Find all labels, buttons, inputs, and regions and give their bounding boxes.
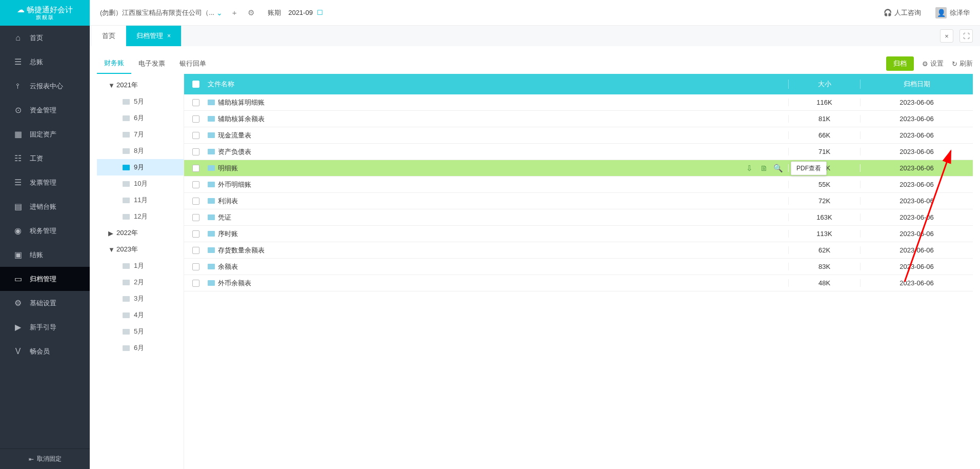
- tree-year-2[interactable]: ▼2023年: [97, 241, 184, 258]
- tab-home[interactable]: 首页: [92, 26, 126, 46]
- sidebar-item-3[interactable]: ⊙资金管理: [0, 98, 90, 122]
- row-checkbox[interactable]: [192, 148, 199, 155]
- row-checkbox[interactable]: [192, 198, 199, 205]
- sidebar-unpin[interactable]: ⇤ 取消固定: [0, 448, 90, 469]
- row-checkbox[interactable]: [192, 99, 199, 106]
- tree-month[interactable]: 11月: [97, 192, 184, 208]
- sidebar-item-9[interactable]: ▣结账: [0, 243, 90, 267]
- username: 徐泽华: [950, 8, 970, 17]
- period-picker[interactable]: 2021-09 ☐: [288, 9, 323, 16]
- file-name: 利润表: [218, 197, 238, 206]
- tree-month[interactable]: 3月: [97, 290, 184, 307]
- sidebar-item-11[interactable]: ⚙基础设置: [0, 291, 90, 315]
- row-checkbox[interactable]: [192, 247, 199, 254]
- tree-month[interactable]: 5月: [97, 93, 184, 110]
- sidebar-item-13[interactable]: V畅会员: [0, 339, 90, 363]
- tree-month[interactable]: 9月: [97, 159, 184, 175]
- refresh-link[interactable]: ↻刷新: [952, 59, 973, 68]
- row-checkbox[interactable]: [192, 263, 199, 270]
- period-label: 账期: [268, 8, 281, 17]
- tab-archive[interactable]: 归档管理 ×: [126, 26, 182, 46]
- file-name: 凭证: [218, 213, 231, 222]
- table-row[interactable]: 资产负债表 71K 2023-06-06: [184, 144, 973, 160]
- gear-icon[interactable]: ⚙: [246, 8, 255, 17]
- subtab-finance[interactable]: 财务账: [97, 53, 131, 74]
- close-icon[interactable]: ×: [167, 32, 171, 40]
- pdf-icon[interactable]: 🗎: [758, 163, 769, 173]
- tree-year-label: 2023年: [116, 245, 138, 254]
- table-row[interactable]: 辅助核算余额表 81K 2023-06-06: [184, 111, 973, 127]
- tree-year-label: 2022年: [116, 228, 138, 238]
- sidebar-item-0[interactable]: ⌂首页: [0, 26, 90, 50]
- company-name: (勿删）江西服宝精品有限责任公司（...: [100, 8, 214, 17]
- settings-label: 设置: [930, 59, 944, 68]
- table-row[interactable]: 余额表 83K 2023-06-06: [184, 259, 973, 275]
- sidebar-item-label: 云报表中心: [30, 82, 63, 91]
- table-row[interactable]: 序时账 113K 2023-06-06: [184, 226, 973, 242]
- row-checkbox[interactable]: [192, 181, 199, 188]
- preview-icon[interactable]: 🔍: [773, 163, 783, 173]
- table-row[interactable]: 辅助核算明细账 116K 2023-06-06: [184, 94, 973, 111]
- tab-close-button[interactable]: ×: [940, 29, 953, 43]
- row-checkbox[interactable]: [192, 165, 199, 172]
- folder-icon: [208, 264, 215, 269]
- sidebar-item-10[interactable]: ▭归档管理: [0, 267, 90, 291]
- sidebar-item-8[interactable]: ◉税务管理: [0, 219, 90, 243]
- settings-link[interactable]: ⚙设置: [922, 59, 944, 68]
- tree-month-label: 7月: [134, 130, 144, 139]
- table-row[interactable]: 明细账 ⇩ 🗎 🔍 PDF查看 46K 2023-06-06: [184, 160, 973, 177]
- row-checkbox[interactable]: [192, 214, 199, 221]
- table-row[interactable]: 利润表 72K 2023-06-06: [184, 193, 973, 209]
- tree-year-1[interactable]: ▶2022年: [97, 225, 184, 241]
- file-size: 81K: [788, 115, 860, 123]
- table-row[interactable]: 凭证 163K 2023-06-06: [184, 209, 973, 226]
- table-row[interactable]: 现金流量表 66K 2023-06-06: [184, 127, 973, 144]
- tree-month[interactable]: 10月: [97, 175, 184, 192]
- select-all-checkbox[interactable]: [192, 81, 199, 88]
- table-row[interactable]: 存货数量余额表 62K 2023-06-06: [184, 242, 973, 259]
- tree-month[interactable]: 12月: [97, 208, 184, 225]
- plus-icon[interactable]: +: [230, 8, 239, 17]
- download-icon[interactable]: ⇩: [744, 163, 754, 173]
- avatar: 👤: [935, 7, 947, 18]
- sidebar-item-1[interactable]: ☰总账: [0, 50, 90, 74]
- folder-icon: [123, 165, 130, 170]
- table-row[interactable]: 外币余额表 48K 2023-06-06: [184, 275, 973, 291]
- row-checkbox[interactable]: [192, 280, 199, 287]
- archive-button[interactable]: 归档: [886, 56, 914, 71]
- subtab-einvoice[interactable]: 电子发票: [131, 53, 172, 74]
- fullscreen-icon[interactable]: ⛶: [959, 29, 973, 43]
- tree-month-label: 9月: [134, 163, 144, 172]
- tree-month[interactable]: 8月: [97, 143, 184, 159]
- sidebar-item-6[interactable]: ☰发票管理: [0, 170, 90, 194]
- subtab-bankslip[interactable]: 银行回单: [172, 53, 213, 74]
- tree-year-0[interactable]: ▼2021年: [97, 77, 184, 93]
- tree-month-label: 10月: [134, 179, 148, 188]
- tree-month[interactable]: 5月: [97, 323, 184, 340]
- sidebar-item-label: 首页: [30, 33, 43, 43]
- tree-month[interactable]: 6月: [97, 340, 184, 356]
- consult-link[interactable]: 🎧 人工咨询: [884, 8, 921, 17]
- tree-month[interactable]: 6月: [97, 110, 184, 126]
- row-checkbox[interactable]: [192, 230, 199, 238]
- archive-date: 2023-06-06: [860, 164, 973, 172]
- sidebar-item-7[interactable]: ▤进销台账: [0, 194, 90, 219]
- row-checkbox[interactable]: [192, 115, 199, 123]
- tree-month[interactable]: 1月: [97, 258, 184, 274]
- sidebar-item-5[interactable]: ☷工资: [0, 146, 90, 170]
- folder-icon: [208, 165, 215, 171]
- file-table: 文件名称 大小 归档日期 辅助核算明细账 116K 2023-06-06 辅助核…: [184, 74, 973, 469]
- row-checkbox[interactable]: [192, 132, 199, 139]
- company-selector[interactable]: (勿删）江西服宝精品有限责任公司（... ⌄: [100, 8, 223, 17]
- table-header: 文件名称 大小 归档日期: [184, 74, 973, 94]
- table-row[interactable]: 外币明细账 55K 2023-06-06: [184, 177, 973, 193]
- sidebar-item-12[interactable]: ▶新手引导: [0, 315, 90, 339]
- tree-month[interactable]: 2月: [97, 274, 184, 290]
- sidebar-item-4[interactable]: ▦固定资产: [0, 122, 90, 146]
- folder-icon: [123, 345, 130, 351]
- tree-month-label: 6月: [134, 113, 144, 123]
- tree-month[interactable]: 7月: [97, 126, 184, 143]
- user-menu[interactable]: 👤 徐泽华: [935, 7, 970, 18]
- sidebar-item-2[interactable]: ⫯云报表中心: [0, 74, 90, 98]
- tree-month[interactable]: 4月: [97, 307, 184, 323]
